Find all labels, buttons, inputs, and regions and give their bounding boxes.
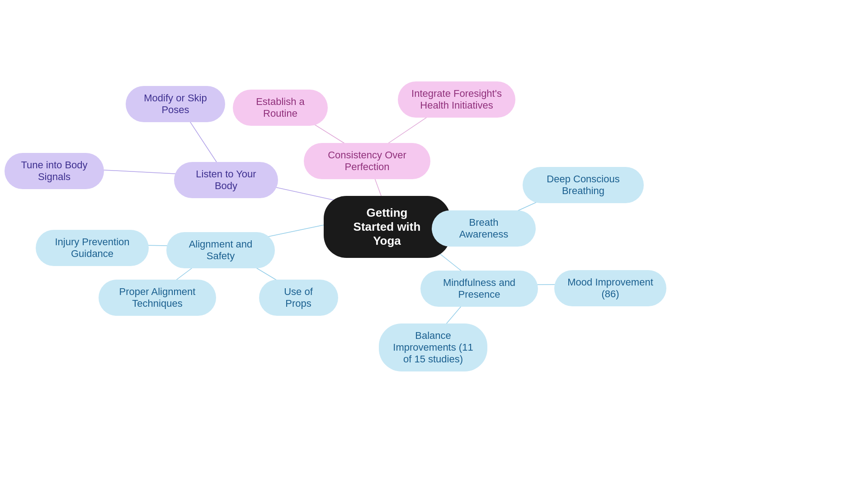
node-tune-body[interactable]: Tune into Body Signals xyxy=(5,153,104,189)
node-mood-improvement[interactable]: Mood Improvement (86) xyxy=(554,270,666,306)
node-alignment-safety[interactable]: Alignment and Safety xyxy=(166,232,275,268)
node-balance-improvements[interactable]: Balance Improvements (11 of 15 studies) xyxy=(379,323,487,371)
node-modify-skip[interactable]: Modify or Skip Poses xyxy=(126,86,225,122)
node-deep-conscious[interactable]: Deep Conscious Breathing xyxy=(523,167,644,203)
node-use-of-props[interactable]: Use of Props xyxy=(259,280,338,316)
node-proper-alignment[interactable]: Proper Alignment Techniques xyxy=(99,280,216,316)
mind-map: Getting Started with Yoga Listen to Your… xyxy=(0,0,868,490)
node-mindfulness[interactable]: Mindfulness and Presence xyxy=(420,271,538,307)
node-integrate-foresight[interactable]: Integrate Foresight's Health Initiatives xyxy=(398,81,515,118)
node-consistency[interactable]: Consistency Over Perfection xyxy=(304,143,430,179)
node-establish-routine[interactable]: Establish a Routine xyxy=(233,90,328,126)
node-injury-prevention[interactable]: Injury Prevention Guidance xyxy=(36,230,149,266)
node-listen-body[interactable]: Listen to Your Body xyxy=(174,162,278,198)
node-center[interactable]: Getting Started with Yoga xyxy=(324,196,450,258)
node-breath-awareness[interactable]: Breath Awareness xyxy=(432,210,536,247)
